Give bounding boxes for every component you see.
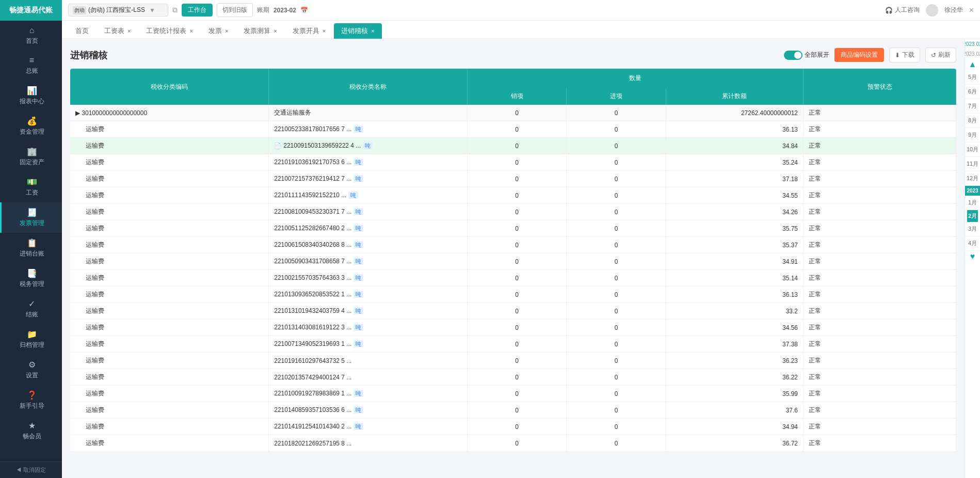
tab-payroll-stats-close[interactable]: × (189, 28, 192, 34)
month-12[interactable]: 12月 (965, 171, 980, 186)
tab-invoice-issue[interactable]: 发票开具 × (285, 23, 333, 39)
month-5[interactable]: 5月 (965, 70, 980, 85)
scroll-up-arrow[interactable]: ▲ (968, 59, 978, 70)
tab-invoice-issue-close[interactable]: × (323, 28, 326, 34)
top-bar-right: 🎧 人工咨询 徐泾华 × (885, 4, 974, 17)
sidebar-item-assets[interactable]: 🏢 固定资产 (0, 141, 62, 172)
table-row[interactable]: ▶ 3010000000000000000 交通运输服务 0 0 27262.4… (70, 105, 956, 121)
right-panel-year-2023-top[interactable]: 2023.02 (965, 39, 980, 49)
cell-purchase: 0 (567, 369, 666, 386)
table-row[interactable]: 运输费 2210182021269257195 8 ... 0 0 36.72 … (70, 435, 956, 452)
month-4[interactable]: 4月 (965, 236, 980, 251)
table-row[interactable]: 运输费 2210191036192170753 6 ... 吨 0 0 35.2… (70, 154, 956, 171)
table-row[interactable]: 运输费 2210071349052319693 1 ... 吨 0 0 37.3… (70, 336, 956, 353)
tab-invoice[interactable]: 发票 × (201, 23, 235, 39)
table-row[interactable]: 运输费 2210081009453230371 7 ... 吨 0 0 34.2… (70, 204, 956, 220)
sidebar-item-guide[interactable]: ❓ 新手引导 (0, 385, 62, 416)
switch-version-button[interactable]: 切到旧版 (217, 3, 253, 17)
unpin-sidebar[interactable]: ◀ 取消固定 (0, 461, 62, 478)
cell-sales: 0 (467, 336, 566, 353)
month-3[interactable]: 3月 (965, 222, 980, 236)
expand-toggle[interactable] (784, 51, 802, 60)
cell-tax-code: 运输费 (70, 270, 269, 286)
calendar-icon[interactable]: 📅 (300, 7, 308, 14)
month-10[interactable]: 10月 (965, 142, 980, 157)
sidebar-item-home[interactable]: ⌂ 首页 (0, 21, 62, 51)
tab-invoice-calc-close[interactable]: × (274, 28, 277, 34)
table-row[interactable]: 运输费 2210111143592152210 ... 吨 0 0 34.55 … (70, 187, 956, 204)
col-header-quantity-group: 数量 (467, 69, 803, 88)
table-row[interactable]: 运输费 2210061508340340268 8 ... 吨 0 0 35.3… (70, 237, 956, 253)
table-row[interactable]: 运输费 2210141912541014340 2 ... 吨 0 0 34.9… (70, 419, 956, 435)
month-6[interactable]: 6月 (965, 85, 980, 99)
table-row[interactable]: 运输费 2210201357429400124 7 ... 0 0 36.22 … (70, 369, 956, 386)
sidebar-item-reports[interactable]: 📊 报表中心 (0, 81, 62, 111)
table-row[interactable]: 运输费 2210051125282667480 2 ... 吨 0 0 35.7… (70, 220, 956, 237)
sidebar-item-capital[interactable]: 💰 资金管理 (0, 111, 62, 141)
tab-payroll-close[interactable]: × (127, 28, 131, 34)
right-panel-year-2023-prev[interactable]: 2023.02 (965, 49, 980, 59)
month-7[interactable]: 7月 (965, 99, 980, 114)
table-row[interactable]: 运输费 2210130936520853522 1 ... 吨 0 0 36.1… (70, 286, 956, 303)
cell-sales: 0 (467, 386, 566, 402)
table-row[interactable]: 运输费 📄2210091503139659222 4 ... 吨 0 0 34.… (70, 138, 956, 154)
top-bar: 勿动 (勿动) 江西报宝-LSS ▼ ⧉ 工作台 切到旧版 账期 2023-02… (62, 0, 980, 21)
sidebar-item-member[interactable]: ★ 畅会员 (0, 416, 62, 446)
refresh-button[interactable]: ↺ 刷新 (925, 47, 956, 62)
cell-purchase: 0 (567, 237, 666, 253)
tab-payroll-stats[interactable]: 工资统计报表 × (139, 23, 200, 39)
month-2-active[interactable]: 2月 (967, 210, 978, 222)
tab-home[interactable]: 首页 (68, 23, 96, 39)
table-row[interactable]: 运输费 2210131019432403759 4 ... 吨 0 0 33.2… (70, 303, 956, 320)
cell-cumulative: 34.56 (666, 320, 803, 336)
cell-invoice-no: 2210100919278983869 1 ... 吨 (269, 386, 468, 402)
close-button[interactable]: × (969, 6, 974, 15)
cell-cumulative: 36.13 (666, 286, 803, 303)
month-9[interactable]: 9月 (965, 128, 980, 142)
sidebar-item-invoice[interactable]: 🧾 发票管理 (0, 202, 62, 233)
download-button[interactable]: ⬇ 下载 (889, 47, 920, 62)
year-2023-label[interactable]: 2023 (965, 186, 980, 196)
tab-invoice-close[interactable]: × (225, 28, 228, 34)
cell-sales: 0 (467, 320, 566, 336)
table-row[interactable]: 运输费 2210072157376219412 7 ... 吨 0 0 37.1… (70, 171, 956, 187)
month-11[interactable]: 11月 (965, 157, 980, 171)
cell-invoice-no: 2210191036192170753 6 ... 吨 (269, 154, 468, 171)
month-8[interactable]: 8月 (965, 114, 980, 128)
month-1[interactable]: 1月 (965, 196, 980, 210)
tab-reconcile-close[interactable]: × (371, 28, 374, 34)
support-link[interactable]: 🎧 人工咨询 (885, 6, 920, 14)
table-row[interactable]: 运输费 2210131403081619122 3 ... 吨 0 0 34.5… (70, 320, 956, 336)
table-row[interactable]: 运输费 2210021557035764363 3 ... 吨 0 0 35.1… (70, 270, 956, 286)
sidebar-item-settlement[interactable]: ✓ 结账 (0, 294, 62, 324)
period-info: 账期 2023-02 📅 (257, 6, 308, 14)
table-row[interactable]: 运输费 2210100919278983869 1 ... 吨 0 0 35.9… (70, 386, 956, 402)
cell-status: 正常 (804, 353, 956, 369)
sidebar-item-sales-ledger[interactable]: 📋 进销台账 (0, 233, 62, 263)
company-selector[interactable]: 勿动 (勿动) 江西报宝-LSS ▼ (68, 4, 168, 17)
sidebar-item-archive[interactable]: 📁 归档管理 (0, 324, 62, 355)
table-row[interactable]: 运输费 2210050903431708658 7 ... 吨 0 0 34.9… (70, 253, 956, 270)
cell-purchase: 0 (567, 121, 666, 138)
goods-setting-button[interactable]: 商品编码设置 (834, 48, 884, 62)
cell-cumulative: 36.22 (666, 369, 803, 386)
tab-invoice-calc[interactable]: 发票测算 × (236, 23, 284, 39)
cell-status: 正常 (804, 369, 956, 386)
sidebar-item-tax[interactable]: 📑 税务管理 (0, 263, 62, 294)
table-row[interactable]: 运输费 2210140859357103536 6 ... 吨 0 0 37.6… (70, 402, 956, 419)
cell-tax-code: 运输费 (70, 171, 269, 187)
cell-purchase: 0 (567, 138, 666, 154)
sidebar: 畅捷通易代账 ⌂ 首页 ≡ 总账 📊 报表中心 💰 资金管理 🏢 固定资产 💵 … (0, 0, 62, 478)
copy-icon[interactable]: ⧉ (172, 6, 178, 14)
workbench-button[interactable]: 工作台 (182, 4, 213, 17)
cell-tax-code: 运输费 (70, 336, 269, 353)
tab-payroll[interactable]: 工资表 × (97, 23, 138, 39)
data-table: 税收分类编码 税收分类名称 数量 预警状态 销项 进项 累计数额 ▶ 3 (70, 69, 956, 452)
sidebar-item-settings[interactable]: ⚙ 设置 (0, 355, 62, 385)
tab-reconcile[interactable]: 进销稽核 × (334, 23, 381, 39)
table-row[interactable]: 运输费 2210052338178017656 7 ... 吨 0 0 36.1… (70, 121, 956, 138)
sidebar-item-ledger[interactable]: ≡ 总账 (0, 51, 62, 81)
cell-purchase: 0 (567, 220, 666, 237)
table-row[interactable]: 运输费 2210191610297643732 5 ... 0 0 36.23 … (70, 353, 956, 369)
sidebar-item-payroll[interactable]: 💵 工资 (0, 172, 62, 202)
